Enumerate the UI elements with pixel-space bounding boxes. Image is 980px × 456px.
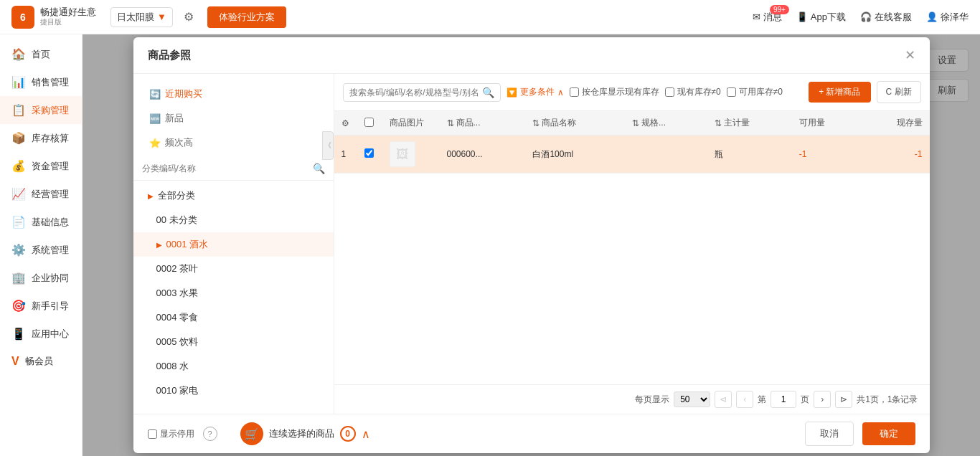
finance-icon: 💰 [11, 159, 26, 173]
cat-snack[interactable]: 0004 零食 [133, 305, 334, 330]
cat-drinks[interactable]: 0005 饮料 [133, 330, 334, 354]
th-spec[interactable]: ⇅ 规格... [625, 111, 707, 136]
sidebar-item-guide[interactable]: 🎯 新手引导 [0, 292, 82, 320]
modal-body: 🔄 近期购买 🆕 新品 ⭐ 频次高 [133, 74, 930, 414]
checkbox-show-stock-input[interactable] [570, 87, 579, 97]
sidebar-item-finance[interactable]: 💰 资金管理 [0, 152, 82, 180]
message-button[interactable]: ✉ 消息 99+ [753, 11, 782, 24]
show-disabled-checkbox[interactable]: 显示停用 [148, 428, 194, 440]
confirm-button[interactable]: 确定 [862, 422, 915, 445]
sidebar-item-system[interactable]: ⚙️ 系统管理 [0, 236, 82, 264]
checkbox-show-stock[interactable]: 按仓库显示现有库存 [570, 86, 659, 98]
refresh-button[interactable]: C 刷新 [877, 81, 921, 103]
message-icon: ✉ [753, 11, 760, 22]
modal-close-button[interactable]: ✕ [905, 47, 915, 63]
gear-button[interactable]: ⚙ [179, 7, 199, 27]
cell-checkbox[interactable] [357, 136, 382, 174]
tab-frequent[interactable]: ⭐ 频次高 [142, 131, 325, 154]
cat-tea[interactable]: 0002 茶叶 [133, 257, 334, 281]
sidebar-item-operations[interactable]: 📈 经营管理 [0, 180, 82, 208]
th-spec-sort-icon: ⇅ [632, 118, 639, 128]
cat-all-arrow: ▶ [148, 192, 154, 200]
sidebar-label-apps: 应用中心 [32, 328, 69, 341]
per-page-label: 每页显示 [635, 394, 669, 406]
collapse-panel-button[interactable]: 《 [322, 131, 334, 160]
logo-icon: 6 [11, 6, 34, 29]
sidebar-item-inventory[interactable]: 📦 库存核算 [0, 124, 82, 152]
cat-unclassified[interactable]: 00 未分类 [133, 208, 334, 232]
th-unit[interactable]: ⇅ 主计量 [707, 111, 792, 136]
inventory-icon: 📦 [11, 131, 26, 145]
enterprise-icon: 🏢 [11, 271, 26, 285]
table-row[interactable]: 1 🖼 000600... 白酒100ml [334, 136, 930, 174]
cat-appliance[interactable]: 0010 家电 [133, 379, 334, 403]
settings-icon[interactable]: ⚙ [341, 118, 349, 128]
checkbox-stock-not-zero[interactable]: 现有库存≠0 [665, 86, 721, 98]
system-icon: ⚙️ [11, 243, 26, 257]
page-first-button[interactable]: ⊲ [715, 391, 732, 408]
checkbox-stock-not-zero-input[interactable] [665, 87, 674, 97]
category-search-icon[interactable]: 🔍 [313, 163, 325, 174]
apps-icon: 📱 [11, 327, 26, 341]
product-search-input[interactable] [349, 87, 482, 98]
checkbox-available-not-zero[interactable]: 可用库存≠0 [727, 86, 783, 98]
footer-collapse-button[interactable]: ∧ [362, 427, 370, 441]
app-icon: 📱 [796, 11, 808, 22]
page-prev-button[interactable]: ‹ [736, 391, 753, 408]
per-page-select[interactable]: 50 100 [674, 391, 710, 407]
frequent-label: 频次高 [165, 136, 193, 149]
th-stock-label: 现存量 [897, 117, 923, 129]
sidebar-item-sales[interactable]: 📊 销售管理 [0, 68, 82, 96]
sidebar-item-apps[interactable]: 📱 应用中心 [0, 320, 82, 348]
cancel-button[interactable]: 取消 [805, 422, 854, 446]
page-last-button[interactable]: ⊳ [835, 391, 852, 408]
product-search-icon[interactable]: 🔍 [482, 87, 494, 98]
th-unit-sort-icon: ⇅ [715, 118, 722, 128]
select-all-checkbox[interactable] [364, 118, 374, 127]
main-content: 查询 设置 刷新 商品参照 ✕ [83, 34, 980, 456]
total-label: 共1页，1条记录 [857, 394, 918, 406]
filter-button[interactable]: 🔽 更多条件 ∧ [507, 86, 564, 98]
cat-all[interactable]: ▶ 全部分类 [133, 184, 334, 208]
home-icon: 🏠 [11, 47, 26, 61]
sidebar-item-enterprise[interactable]: 🏢 企业协同 [0, 264, 82, 292]
cat-liquor[interactable]: ▶ 0001 酒水 [133, 232, 334, 257]
sidebar-item-member[interactable]: V 畅会员 [0, 348, 82, 375]
sidebar-item-basics[interactable]: 📄 基础信息 [0, 208, 82, 236]
category-search-input[interactable] [142, 163, 313, 174]
th-name[interactable]: ⇅ 商品名称 [525, 111, 625, 136]
store-selector[interactable]: 日太阳膜 ▼ [110, 7, 173, 27]
show-disabled-input[interactable] [148, 429, 157, 439]
cart-icon-button[interactable]: 🛒 [240, 422, 263, 445]
new-icon: 🆕 [149, 113, 161, 124]
checkbox-available-not-zero-input[interactable] [727, 87, 736, 97]
th-unit-label: 主计量 [724, 117, 750, 129]
add-product-button[interactable]: + 新增商品 [809, 82, 870, 103]
logo-line2: 捷目版 [40, 17, 96, 27]
page-next-button[interactable]: › [814, 391, 831, 408]
sidebar: 🏠 首页 📊 销售管理 📋 采购管理 📦 库存核算 💰 资金管理 📈 经营管理 … [0, 34, 83, 456]
exp-button[interactable]: 体验行业方案 [207, 6, 286, 28]
tab-new[interactable]: 🆕 新品 [142, 107, 325, 130]
product-image-placeholder: 🖼 [390, 141, 415, 167]
tab-recent[interactable]: 🔄 近期购买 [142, 82, 325, 105]
store-label: 日太阳膜 [117, 11, 154, 24]
service-button[interactable]: 🎧 在线客服 [860, 11, 912, 24]
user-profile[interactable]: 👤 徐泽华 [926, 11, 969, 24]
th-code[interactable]: ⇅ 商品... [440, 111, 526, 136]
sidebar-label-purchase: 采购管理 [32, 104, 69, 117]
sidebar-label-basics: 基础信息 [32, 216, 69, 229]
row-checkbox[interactable] [364, 148, 374, 158]
table-header-row: ⚙ 商品图片 [334, 111, 930, 136]
app-download-button[interactable]: 📱 App下载 [796, 11, 846, 24]
cat-water[interactable]: 0008 水 [133, 354, 334, 379]
sidebar-item-home[interactable]: 🏠 首页 [0, 40, 82, 68]
sales-icon: 📊 [11, 75, 26, 89]
cart-wrap: 🛒 连续选择的商品 0 ∧ [240, 422, 370, 445]
cell-spec [625, 136, 707, 174]
sidebar-item-purchase[interactable]: 📋 采购管理 [0, 96, 82, 124]
cell-name: 白酒100ml [525, 136, 625, 174]
cat-fruit[interactable]: 0003 水果 [133, 281, 334, 305]
help-button[interactable]: ? [203, 427, 217, 441]
page-number-input[interactable] [771, 391, 796, 408]
